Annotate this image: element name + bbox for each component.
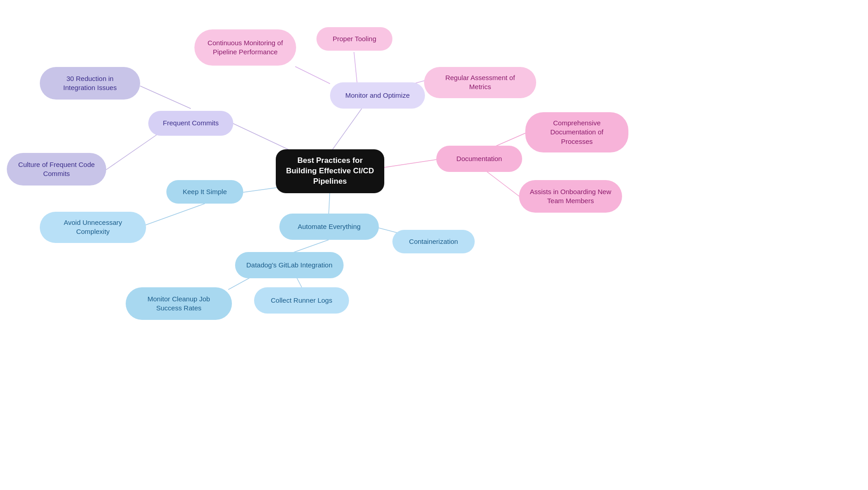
- continuous-monitoring-node: Continuous Monitoring of Pipeline Perfor…: [194, 29, 296, 66]
- svg-line-14: [291, 240, 329, 253]
- monitor-cleanup-node: Monitor Cleanup Job Success Rates: [126, 287, 232, 320]
- frequent-commits-node: Frequent Commits: [148, 111, 233, 136]
- svg-line-12: [145, 204, 205, 225]
- monitor-cleanup-label: Monitor Cleanup Job Success Rates: [136, 295, 222, 313]
- comprehensive-docs-label: Comprehensive Documentation of Processes: [535, 119, 618, 146]
- automate-everything-label: Automate Everything: [297, 222, 360, 231]
- proper-tooling-node: Proper Tooling: [316, 27, 392, 51]
- datadog-gitlab-node: Datadog's GitLab Integration: [235, 252, 344, 278]
- svg-line-2: [384, 159, 439, 167]
- collect-logs-node: Collect Runner Logs: [254, 287, 349, 314]
- center-label: Best Practices for Building Effective CI…: [286, 156, 374, 187]
- comprehensive-docs-node: Comprehensive Documentation of Processes: [525, 112, 628, 152]
- documentation-label: Documentation: [457, 154, 502, 163]
- automate-everything-node: Automate Everything: [279, 214, 379, 240]
- onboarding-label: Assists in Onboarding New Team Members: [529, 187, 612, 206]
- proper-tooling-label: Proper Tooling: [333, 34, 376, 43]
- containerization-label: Containerization: [409, 237, 458, 246]
- monitor-optimize-label: Monitor and Optimize: [345, 91, 410, 100]
- continuous-monitoring-label: Continuous Monitoring of Pipeline Perfor…: [204, 38, 286, 57]
- regular-assessment-label: Regular Assessment of Metrics: [434, 73, 526, 92]
- culture-commits-node: Culture of Frequent Code Commits: [7, 153, 106, 186]
- monitor-optimize-node: Monitor and Optimize: [330, 82, 425, 109]
- datadog-gitlab-label: Datadog's GitLab Integration: [246, 261, 333, 270]
- keep-simple-node: Keep It Simple: [166, 180, 243, 204]
- culture-commits-label: Culture of Frequent Code Commits: [17, 160, 96, 179]
- collect-logs-label: Collect Runner Logs: [271, 296, 332, 305]
- svg-line-5: [140, 86, 191, 109]
- avoid-complexity-label: Avoid Unnecessary Complexity: [50, 218, 136, 237]
- onboarding-node: Assists in Onboarding New Team Members: [519, 180, 622, 213]
- center-node: Best Practices for Building Effective CI…: [276, 149, 384, 193]
- keep-simple-label: Keep It Simple: [183, 187, 227, 196]
- reduction-issues-label: 30 Reduction in Integration Issues: [50, 74, 130, 93]
- reduction-issues-node: 30 Reduction in Integration Issues: [40, 67, 140, 100]
- avoid-complexity-node: Avoid Unnecessary Complexity: [40, 212, 146, 243]
- documentation-node: Documentation: [436, 146, 522, 172]
- regular-assessment-node: Regular Assessment of Metrics: [424, 67, 536, 98]
- svg-line-7: [295, 67, 330, 84]
- frequent-commits-label: Frequent Commits: [163, 119, 218, 128]
- svg-line-8: [354, 52, 357, 84]
- containerization-node: Containerization: [392, 230, 475, 253]
